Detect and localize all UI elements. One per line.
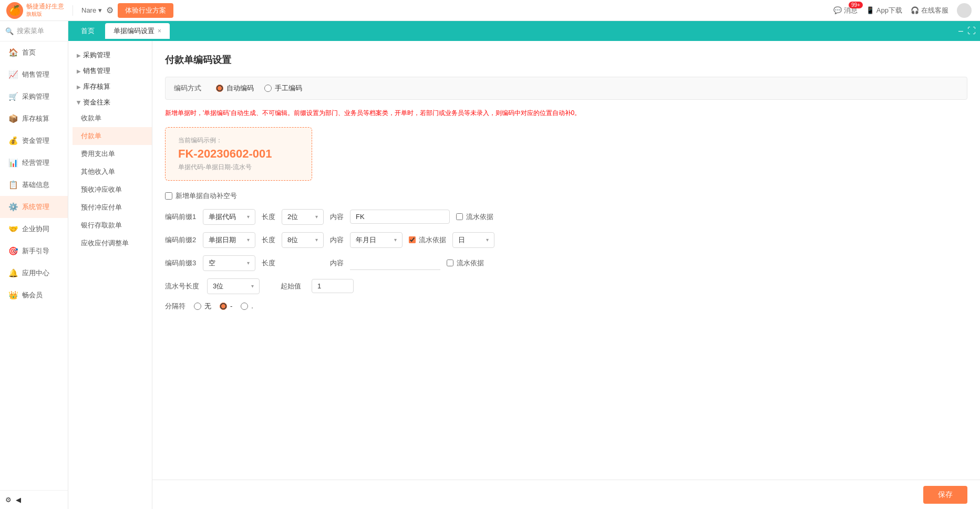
sep-dash-option[interactable]: - <box>220 302 232 310</box>
prefix1-content-input[interactable] <box>350 210 450 224</box>
start-value-label: 起始值 <box>281 282 301 291</box>
submenu-group-purchase[interactable]: ▶ 采购管理 <box>68 46 152 62</box>
sidebar-item-home[interactable]: 🏠 首页 <box>0 41 68 64</box>
auto-code-radio[interactable] <box>216 85 223 92</box>
separator-label: 分隔符 <box>165 302 185 311</box>
sep-none-option[interactable]: 无 <box>194 302 211 311</box>
user-info[interactable] <box>957 3 974 18</box>
submenu-item-expense[interactable]: 费用支出单 <box>73 145 152 163</box>
app-download-item[interactable]: 📱 App下载 <box>866 6 902 15</box>
manual-code-option[interactable]: 手工编码 <box>264 84 302 93</box>
sidebar-label-basic: 基础信息 <box>22 180 49 190</box>
sidebar-item-sales[interactable]: 📈 销售管理 <box>0 64 68 86</box>
tab-close-icon[interactable]: × <box>158 27 161 35</box>
prefix3-content-input[interactable] <box>350 256 440 270</box>
submenu-group-sales[interactable]: ▶ 销售管理 <box>68 62 152 78</box>
sidebar-label-purchase: 采购管理 <box>22 92 49 101</box>
submenu-item-expense-label: 费用支出单 <box>81 149 115 159</box>
sidebar-item-purchase[interactable]: 🛒 采购管理 <box>0 86 68 108</box>
prefix2-length-chevron: ▾ <box>315 237 318 243</box>
submenu-item-bank[interactable]: 银行存取款单 <box>73 216 152 234</box>
tab-home[interactable]: 首页 <box>73 23 103 39</box>
auto-code-label: 自动编码 <box>226 84 254 93</box>
submenu-group-sales-label: 销售管理 <box>83 66 110 76</box>
submenu-item-other-income[interactable]: 其他收入单 <box>73 163 152 181</box>
submenu-item-pre-receive[interactable]: 预收冲应收单 <box>73 181 152 199</box>
prefix3-select[interactable]: 空 ▾ <box>203 255 255 271</box>
sidebar-item-basic[interactable]: 📋 基础信息 <box>0 174 68 196</box>
main-layout: 🔍 搜索菜单 🏠 首页 📈 销售管理 🛒 采购管理 📦 库存核算 💰 <box>0 21 980 509</box>
sidebar-item-operations[interactable]: 📊 经营管理 <box>0 152 68 174</box>
sidebar-item-guide[interactable]: 🎯 新手引导 <box>0 240 68 262</box>
save-button[interactable]: 保存 <box>923 486 967 504</box>
sidebar-item-inventory[interactable]: 📦 库存核算 <box>0 108 68 130</box>
submenu-item-adjust[interactable]: 应收应付调整单 <box>73 234 152 252</box>
sub-menu: ▶ 采购管理 ▶ 销售管理 ▶ 库存核算 ▶ 资金往来 收款单 <box>68 41 152 509</box>
sidebar-label-system: 系统管理 <box>22 202 49 212</box>
sidebar-collapse-icon[interactable]: ◀ <box>16 496 21 504</box>
logo-sub: 旗舰版 <box>26 11 64 18</box>
bottom-bar: 保存 <box>152 480 980 509</box>
prefix2-stream-checkbox[interactable] <box>409 236 416 243</box>
prefix1-length-select[interactable]: 2位 ▾ <box>282 209 324 225</box>
right-panel: 付款单编码设置 编码方式 自动编码 手工编码 <box>152 41 980 509</box>
collab-icon: 🤝 <box>8 224 18 234</box>
auto-fill-checkbox[interactable] <box>165 192 172 200</box>
minimize-icon[interactable]: – <box>958 26 963 36</box>
coding-method-radio-group: 编码方式 自动编码 手工编码 <box>165 77 967 100</box>
submenu-item-receipt[interactable]: 收款单 <box>73 109 152 127</box>
sidebar-label-home: 首页 <box>22 48 36 57</box>
sidebar-settings-icon[interactable]: ⚙ <box>5 496 12 504</box>
sep-none-radio[interactable] <box>194 303 201 310</box>
settings-icon[interactable]: ⚙ <box>106 5 114 15</box>
sidebar-menu: 🏠 首页 📈 销售管理 🛒 采购管理 📦 库存核算 💰 资金管理 📊 经 <box>0 41 68 490</box>
online-service-item[interactable]: 🎧 在线客服 <box>911 6 948 15</box>
maximize-icon[interactable]: ⛶ <box>967 26 976 36</box>
prefix1-select[interactable]: 单据代码 ▾ <box>203 209 255 225</box>
sidebar-item-member[interactable]: 👑 畅会员 <box>0 284 68 306</box>
sidebar-item-collab[interactable]: 🤝 企业协同 <box>0 218 68 240</box>
sidebar-item-system[interactable]: ⚙️ 系统管理 <box>0 196 68 218</box>
company-dropdown[interactable]: Nare ▾ <box>81 6 102 14</box>
submenu-group-cashflow-label: 资金往来 <box>83 98 110 107</box>
online-service-label: 在线客服 <box>921 6 948 15</box>
prefix1-stream-checkbox[interactable] <box>456 213 463 220</box>
sidebar-item-appcenter[interactable]: 🔔 应用中心 <box>0 262 68 284</box>
inventory-icon: 📦 <box>8 114 18 123</box>
prefix2-stream-unit-select[interactable]: 日 ▾ <box>452 232 494 248</box>
sidebar-label-finance: 资金管理 <box>22 136 49 146</box>
prefix2-length-value: 8位 <box>287 235 298 245</box>
sidebar-item-finance[interactable]: 💰 资金管理 <box>0 130 68 152</box>
prefix2-length-select[interactable]: 8位 ▾ <box>282 232 324 248</box>
chevron-right-icon: ▶ <box>77 53 81 58</box>
sep-dash-radio[interactable] <box>220 303 227 310</box>
submenu-group-purchase-label: 采购管理 <box>83 50 110 60</box>
start-value-input[interactable] <box>312 279 354 293</box>
submenu-item-pre-pay[interactable]: 预付冲应付单 <box>73 199 152 216</box>
serial-length-select[interactable]: 3位 ▾ <box>207 278 260 294</box>
tab-doc-code-settings[interactable]: 单据编码设置 × <box>105 23 170 39</box>
sidebar: 🔍 搜索菜单 🏠 首页 📈 销售管理 🛒 采购管理 📦 库存核算 💰 <box>0 21 68 509</box>
manual-code-radio[interactable] <box>264 85 272 92</box>
submenu-item-payment[interactable]: 付款单 <box>73 127 152 145</box>
code-example-box: 当前编码示例： FK-20230602-001 单据代码-单据日期-流水号 <box>165 127 312 181</box>
tab-active-label: 单据编码设置 <box>114 26 154 36</box>
prefix2-select[interactable]: 单据日期 ▾ <box>203 232 255 248</box>
submenu-item-receipt-label: 收款单 <box>81 113 101 123</box>
message-badge-item[interactable]: 💬 消息 99+ <box>833 6 858 15</box>
auto-code-option[interactable]: 自动编码 <box>216 84 254 93</box>
prefix2-content-select[interactable]: 年月日 ▾ <box>350 232 403 248</box>
submenu-group-cashflow[interactable]: ▶ 资金往来 <box>68 94 152 109</box>
prefix3-stream-checkbox[interactable] <box>447 259 453 266</box>
submenu-group-stock-label: 库存核算 <box>83 82 110 91</box>
sep-dot-option[interactable]: . <box>241 302 253 310</box>
sep-dot-radio[interactable] <box>241 303 248 310</box>
coding-method-label: 编码方式 <box>174 84 201 93</box>
search-menu-item[interactable]: 🔍 搜索菜单 <box>0 21 68 41</box>
sidebar-label-sales: 销售管理 <box>22 70 49 79</box>
submenu-group-stock[interactable]: ▶ 库存核算 <box>68 78 152 94</box>
prefix2-select-value: 单据日期 <box>209 235 236 245</box>
trial-button[interactable]: 体验行业方案 <box>118 3 173 18</box>
logo: 🍊 畅捷通好生意 旗舰版 <box>6 2 64 19</box>
separator-row: 分隔符 无 - . <box>165 302 967 311</box>
